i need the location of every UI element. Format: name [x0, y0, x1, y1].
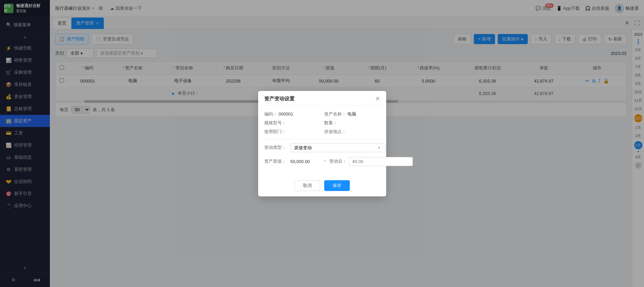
modal-body: 编码： 000001 资产名称： 电脑 规格型号： 数量： 使用部门： — [258, 106, 386, 176]
modal-quantity-item: 数量： — [324, 120, 380, 126]
modal-code-value: 000001 — [279, 111, 293, 117]
modal-save-label: 保存 — [333, 183, 341, 188]
asset-change-modal: 资产变动设置 ✕ 编码： 000001 资产名称： 电脑 规格型号： 数量： — [258, 91, 386, 196]
modal-change-type-row: 变动类型： 原值变动 数量变动 部门变动 ▾ — [264, 143, 380, 152]
modal-title: 资产变动设置 — [264, 96, 295, 102]
modal-name-item: 资产名称： 电脑 — [324, 111, 380, 117]
modal-header: 资产变动设置 ✕ — [258, 91, 386, 106]
modal-asset-value-row: 资产原值： 50,000.00 * 变动后： — [264, 157, 380, 166]
modal-code-label: 编码： — [264, 111, 277, 117]
modal-department-item: 使用部门： — [264, 129, 320, 135]
modal-overlay: 资产变动设置 ✕ 编码： 000001 资产名称： 电脑 规格型号： 数量： — [0, 0, 644, 287]
modal-asset-value-display: 50,000.00 — [290, 159, 317, 164]
modal-spec-item: 规格型号： — [264, 120, 320, 126]
modal-cancel-button[interactable]: 取消 — [295, 180, 320, 191]
modal-quantity-label: 数量： — [324, 120, 337, 126]
modal-change-type-select-wrap: 原值变动 数量变动 部门变动 ▾ — [290, 143, 380, 152]
modal-info-grid: 编码： 000001 资产名称： 电脑 规格型号： 数量： 使用部门： — [264, 111, 380, 135]
modal-save-button[interactable]: 保存 — [324, 180, 350, 191]
modal-name-value: 电脑 — [347, 111, 356, 117]
modal-department-label: 使用部门： — [264, 129, 286, 135]
modal-change-type-label: 变动类型： — [264, 145, 288, 151]
modal-divider — [264, 139, 380, 139]
modal-required-mark: * — [324, 159, 326, 164]
modal-spec-label: 规格型号： — [264, 120, 286, 126]
modal-change-type-select[interactable]: 原值变动 数量变动 部门变动 — [290, 143, 386, 152]
modal-footer: 取消 保存 — [258, 176, 386, 196]
modal-name-label: 资产名称： — [324, 111, 346, 117]
modal-close-icon[interactable]: ✕ — [375, 96, 380, 102]
modal-after-change-label: 变动后： — [329, 158, 346, 164]
modal-location-label: 存放地点： — [324, 129, 346, 135]
modal-cancel-label: 取消 — [303, 183, 312, 188]
modal-after-change-input[interactable] — [349, 157, 413, 166]
modal-location-item: 存放地点： — [324, 129, 380, 135]
modal-code-item: 编码： 000001 — [264, 111, 320, 117]
modal-asset-value-label: 资产原值： — [264, 158, 288, 164]
